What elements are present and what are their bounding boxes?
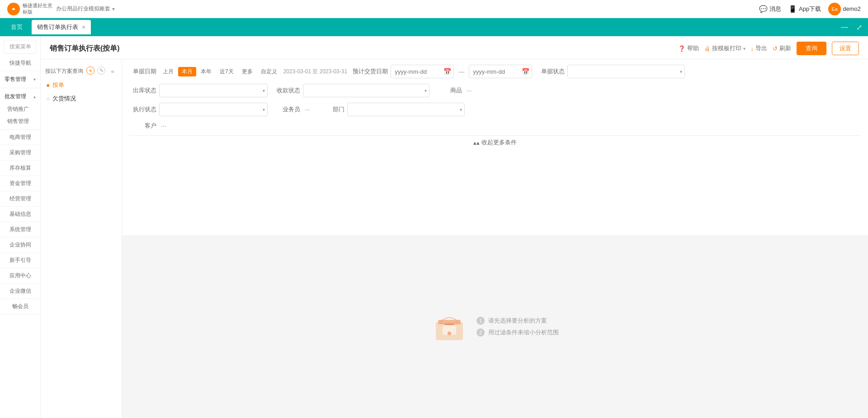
empty-state: 1 请先选择要分析的方案 2 用过滤条件来缩小分析范围 xyxy=(431,309,559,345)
content-area: 销售订单执行表(按单) ❓ 帮助 🖨 按模板打印 ▾ ↓ 导出 ↺ 刷新 xyxy=(41,36,868,418)
print-icon: 🖨 xyxy=(704,45,710,52)
sidebar-item-operations[interactable]: 经营管理 xyxy=(0,191,40,207)
payment-select[interactable] xyxy=(303,84,429,97)
exec-select-wrapper: ▾ xyxy=(159,103,268,116)
sidebar-item-wechat[interactable]: 企业微信 xyxy=(0,284,40,299)
date-tabs: 上月 本月 本年 近7天 更多 自定义 xyxy=(159,67,281,76)
sidebar-item-sales[interactable]: 销售管理 xyxy=(0,115,40,128)
print-button[interactable]: 🖨 按模板打印 ▾ xyxy=(704,44,745,52)
filter-row-1: 单据日期 上月 本月 本年 近7天 更多 自定义 2023-03-01 至 20… xyxy=(129,65,861,78)
scheme-header: 按以下方案查询 + ✎ « xyxy=(41,64,122,78)
payment-label: 收款状态 xyxy=(273,86,300,95)
settings-button[interactable]: 设置 xyxy=(832,42,859,55)
page-header: 销售订单执行表(按单) ❓ 帮助 🖨 按模板打印 ▾ ↓ 导出 ↺ 刷新 xyxy=(41,36,868,59)
refresh-button[interactable]: ↺ 刷新 xyxy=(773,44,791,52)
breadcrumb[interactable]: 办公用品行业模拟账套 ▾ xyxy=(56,5,115,13)
top-bar-left: 畅捷通好生意 标版 办公用品行业模拟账套 ▾ xyxy=(7,3,115,15)
goods-select-button[interactable]: ··· xyxy=(465,87,474,94)
export-button[interactable]: ↓ 导出 xyxy=(751,44,768,52)
sidebar-item-basic[interactable]: 基础信息 xyxy=(0,207,40,222)
exec-select[interactable] xyxy=(159,103,268,116)
customer-select-button[interactable]: ··· xyxy=(159,122,168,129)
user-area[interactable]: Ea demo2 xyxy=(828,3,861,15)
exec-label: 执行状态 xyxy=(129,105,156,114)
date-tab-7days[interactable]: 近7天 xyxy=(216,67,237,76)
sidebar-item-quicknav[interactable]: 快捷导航 xyxy=(0,56,40,71)
scheme-active-icon: ● xyxy=(46,81,50,89)
sidebar-item-system[interactable]: 系统管理 xyxy=(0,222,40,238)
scheme-edit-button[interactable]: ✎ xyxy=(97,66,105,75)
main-layout: 搜索菜单 快捷导航 零售管理 ▾ 批发管理 ▴ 营销推广 销售管理 电商管理 采… xyxy=(0,36,868,418)
scheme-add-button[interactable]: + xyxy=(86,66,94,75)
salesman-select-button[interactable]: ··· xyxy=(303,106,312,113)
filter-date-item: 单据日期 上月 本月 本年 近7天 更多 自定义 2023-03-01 至 20… xyxy=(129,67,347,76)
svg-point-1 xyxy=(13,8,14,10)
sidebar-item-inventory[interactable]: 库存核算 xyxy=(0,161,40,176)
filter-row-4: 客户 ··· xyxy=(129,122,861,130)
sidebar-search-area: 搜索菜单 xyxy=(0,36,40,56)
filter-doc-status-item: 单据状态 ▾ xyxy=(538,65,685,78)
sidebar-section-retail-header[interactable]: 零售管理 ▾ xyxy=(0,73,40,86)
sidebar-item-member[interactable]: 畅会员 xyxy=(0,299,40,314)
svg-point-5 xyxy=(448,332,451,335)
filter-panel: 按以下方案查询 + ✎ « ● 按单 ⊙ 欠货情况 xyxy=(41,59,868,418)
filter-dept-item: 部门 ▾ xyxy=(317,103,465,116)
collapse-filter-button[interactable]: ▴▴ 收起更多条件 xyxy=(129,135,861,149)
sidebar-section-wholesale-header[interactable]: 批发管理 ▴ xyxy=(0,90,40,103)
logo-icon xyxy=(7,3,20,15)
date-tab-more[interactable]: 更多 xyxy=(238,67,256,76)
print-dropdown-icon: ▾ xyxy=(743,46,745,51)
query-button[interactable]: 查询 xyxy=(797,42,826,55)
dept-select[interactable] xyxy=(347,103,465,116)
payment-select-wrapper: ▾ xyxy=(303,84,429,97)
chevron-down-icon: ▾ xyxy=(33,77,36,82)
sidebar-item-finance[interactable]: 资金管理 xyxy=(0,176,40,191)
outbound-select[interactable] xyxy=(159,84,268,97)
search-menu-button[interactable]: 搜索菜单 xyxy=(4,40,37,54)
date-tab-thisyear[interactable]: 本年 xyxy=(197,67,215,76)
refresh-icon: ↺ xyxy=(773,45,778,52)
sidebar-item-enterprise[interactable]: 企业协同 xyxy=(0,238,40,253)
tab-home[interactable]: 首页 xyxy=(4,18,30,36)
filter-row-3: 执行状态 ▾ 业务员 ··· xyxy=(129,103,861,116)
help-button[interactable]: ❓ 帮助 xyxy=(678,44,699,52)
salesman-label: 业务员 xyxy=(273,105,300,114)
sidebar-item-appcenter[interactable]: 应用中心 xyxy=(0,268,40,284)
calendar-from-icon[interactable]: 📅 xyxy=(443,68,451,75)
tip-1-num: 1 xyxy=(476,317,485,325)
sidebar-section-wholesale: 批发管理 ▴ 营销推广 销售管理 xyxy=(0,88,40,130)
scheme-item-order[interactable]: ● 按单 xyxy=(41,78,122,92)
calendar-to-icon[interactable]: 📅 xyxy=(522,68,529,75)
minimize-icon: — xyxy=(841,23,848,31)
dept-label: 部门 xyxy=(317,105,344,114)
sidebar-item-ecommerce[interactable]: 电商管理 xyxy=(0,130,40,145)
tab-close-icon[interactable]: × xyxy=(82,24,85,31)
date-label: 单据日期 xyxy=(129,67,156,76)
sidebar-item-marketing[interactable]: 营销推广 xyxy=(0,103,40,115)
tab-maximize-button[interactable]: ⤢ xyxy=(854,22,864,33)
filter-row-2: 出库状态 ▾ 收款状态 xyxy=(129,84,861,97)
tip-2-num: 2 xyxy=(476,328,485,337)
scheme-item-stock[interactable]: ⊙ 欠货情况 xyxy=(41,92,122,105)
message-button[interactable]: 💬 消息 xyxy=(759,5,781,13)
tab-minimize-button[interactable]: — xyxy=(839,22,850,33)
sidebar-item-newuser[interactable]: 新手引导 xyxy=(0,253,40,268)
outbound-label: 出库状态 xyxy=(129,86,156,95)
sidebar-item-purchase[interactable]: 采购管理 xyxy=(0,145,40,161)
top-bar-right: 💬 消息 📱 App下载 Ea demo2 xyxy=(759,3,861,15)
data-area: 1 请先选择要分析的方案 2 用过滤条件来缩小分析范围 xyxy=(122,235,868,418)
help-icon: ❓ xyxy=(678,45,685,52)
chevron-up-icon: ▴▴ xyxy=(473,139,480,146)
tab-active[interactable]: 销售订单执行表 × xyxy=(32,20,91,34)
doc-status-select[interactable] xyxy=(567,65,685,78)
filter-goods-item: 商品 ··· xyxy=(435,86,474,95)
date-tab-custom[interactable]: 自定义 xyxy=(257,67,281,76)
date-tab-lastmonth[interactable]: 上月 xyxy=(159,67,177,76)
filter-payment-item: 收款状态 ▾ xyxy=(273,84,429,97)
app-download-button[interactable]: 📱 App下载 xyxy=(788,5,821,13)
scheme-collapse-button[interactable]: « xyxy=(108,66,117,76)
date-tab-thismonth[interactable]: 本月 xyxy=(178,67,196,76)
filter-salesman-item: 业务员 ··· xyxy=(273,105,312,114)
tip-1-text: 请先选择要分析的方案 xyxy=(488,317,547,325)
filter-exec-item: 执行状态 ▾ xyxy=(129,103,268,116)
